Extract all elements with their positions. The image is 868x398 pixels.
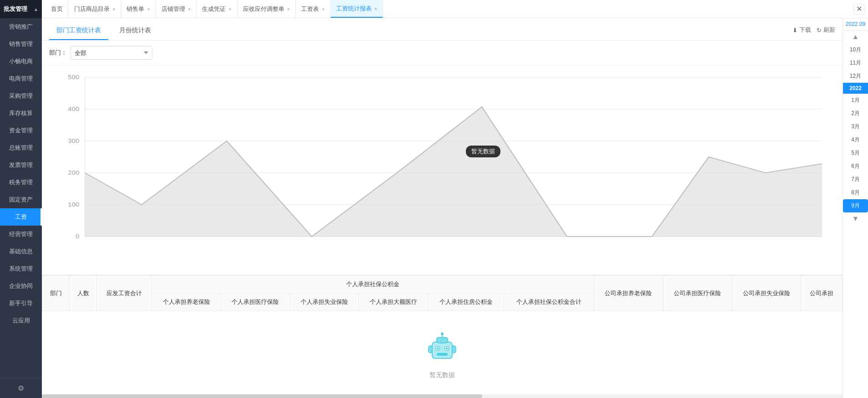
date-month-item[interactable]: 6月 [843, 160, 868, 173]
tab-生成凭证[interactable]: 生成凭证× [197, 0, 237, 18]
refresh-label: 刷新 [823, 26, 835, 34]
tab-close-icon[interactable]: × [228, 6, 231, 12]
svg-point-22 [441, 333, 444, 335]
date-month-item[interactable]: 8月 [843, 186, 868, 199]
date-up-btn[interactable]: ▲ [843, 30, 868, 43]
date-panel: 2022.09 ▲ 10月11月12月20221月2月3月4月5月6月7月8月9… [843, 18, 868, 398]
tab-label: 门店商品目录 [74, 5, 110, 13]
table-scroll-thumb[interactable] [42, 394, 482, 398]
date-month-item[interactable]: 2月 [843, 107, 868, 120]
date-month-item[interactable]: 1月 [843, 94, 868, 107]
sidebar-item-采购管理[interactable]: 采购管理 [0, 87, 42, 105]
tab-店铺管理[interactable]: 店铺管理× [156, 0, 197, 18]
department-select[interactable]: 全部 部门1 部门2 [71, 46, 152, 60]
date-month-item[interactable]: 4月 [843, 133, 868, 146]
tab-bar: 首页门店商品目录×销售单×店铺管理×生成凭证×应收应付调整单×工资表×工资统计报… [42, 0, 868, 18]
chart-area: 0 100 200 300 400 500 暂无数据 [42, 65, 843, 275]
svg-rect-23 [429, 346, 432, 353]
col-company-other: 公司承担 [801, 276, 843, 311]
date-month-item[interactable]: 12月 [843, 70, 868, 83]
empty-state: 暂无数据 [42, 311, 843, 394]
sidebar-item-电商管理[interactable]: 电商管理 [0, 70, 42, 87]
sidebar-item-固定资产[interactable]: 固定资产 [0, 191, 42, 208]
date-year-label[interactable]: 2022 [843, 83, 868, 94]
tab-close-icon[interactable]: × [374, 6, 377, 11]
tab-close-icon[interactable]: × [112, 6, 115, 12]
tab-应收应付调整单[interactable]: 应收应付调整单× [237, 0, 296, 18]
chart-svg-wrap: 0 100 200 300 400 500 暂无数据 [51, 73, 833, 255]
col-department: 部门 [42, 276, 70, 311]
date-month-item[interactable]: 5月 [843, 146, 868, 160]
download-button[interactable]: ⬇ 下载 [792, 26, 811, 34]
subtab-部门工资统计表[interactable]: 部门工资统计表 [49, 24, 108, 40]
date-month-item[interactable]: 10月 [843, 43, 868, 56]
content-area: 部门工资统计表月份统计表 ⬇ 下载 ↻ 刷新 部门： 全部 部 [42, 18, 843, 398]
tab-label: 应收应付调整单 [243, 5, 284, 13]
col-personal-total: 个人承担社保公积金合计 [504, 293, 594, 311]
sidebar-item-企业协同[interactable]: 企业协同 [0, 277, 42, 295]
tab-label: 工资统计报表 [336, 5, 372, 13]
date-month-selected[interactable]: 9月 [843, 199, 868, 212]
chart-svg: 0 100 200 300 400 500 [51, 73, 833, 255]
subtab-月份统计表[interactable]: 月份统计表 [112, 24, 158, 40]
svg-rect-24 [452, 346, 456, 353]
page-content: 部门工资统计表月份统计表 ⬇ 下载 ↻ 刷新 部门： 全部 部 [42, 18, 868, 398]
svg-point-18 [437, 348, 439, 350]
sidebar-collapse-icon[interactable]: ▲ [34, 7, 38, 12]
sidebar-item-基础信息[interactable]: 基础信息 [0, 243, 42, 260]
date-down-btn[interactable]: ▼ [843, 212, 868, 225]
download-icon: ⬇ [792, 27, 797, 34]
settings-icon[interactable]: ⚙ [0, 378, 42, 398]
sidebar-item-总账管理[interactable]: 总账管理 [0, 139, 42, 156]
empty-icon [424, 329, 460, 366]
sidebar-item-库存核算[interactable]: 库存核算 [0, 105, 42, 122]
sidebar-item-销售管理[interactable]: 销售管理 [0, 35, 42, 53]
sidebar-item-发票管理[interactable]: 发票管理 [0, 156, 42, 174]
tab-销售单[interactable]: 销售单× [121, 0, 156, 18]
sidebar-item-营销推广[interactable]: 营销推广 [0, 18, 42, 35]
sidebar-item-系统管理[interactable]: 系统管理 [0, 260, 42, 277]
sidebar-item-工资[interactable]: 工资 [0, 208, 42, 226]
sidebar-bottom: ⚙ [0, 378, 42, 398]
tab-close-all-icon[interactable]: ✕ [853, 4, 864, 15]
tab-close-icon[interactable]: × [147, 6, 150, 12]
table-container[interactable]: 部门 人数 应发工资合计 个人承担社保公积金 公司承担养老保险 公司承担医疗保险… [42, 275, 843, 394]
tab-门店商品目录[interactable]: 门店商品目录× [69, 0, 121, 18]
tab-close-icon[interactable]: × [322, 6, 324, 12]
col-total-wage: 应发工资合计 [97, 276, 152, 311]
refresh-button[interactable]: ↻ 刷新 [817, 26, 835, 34]
svg-text:200: 200 [68, 170, 79, 176]
col-count: 人数 [70, 276, 97, 311]
tab-工资统计报表[interactable]: 工资统计报表× [331, 0, 383, 18]
tab-close-icon[interactable]: × [188, 6, 191, 12]
svg-point-19 [446, 348, 448, 350]
sidebar: 批发管理 ▲ 营销推广销售管理小畅电商电商管理采购管理库存核算资金管理总账管理发… [0, 0, 42, 398]
tab-label: 销售单 [126, 5, 144, 13]
date-month-item[interactable]: 11月 [843, 56, 868, 70]
svg-text:0: 0 [76, 233, 79, 239]
svg-text:500: 500 [68, 74, 79, 80]
sidebar-item-资金管理[interactable]: 资金管理 [0, 122, 42, 139]
col-company-unemploy: 公司承担失业保险 [732, 276, 801, 311]
svg-rect-14 [432, 342, 452, 358]
sidebar-item-税务管理[interactable]: 税务管理 [0, 174, 42, 191]
data-table: 部门 人数 应发工资合计 个人承担社保公积金 公司承担养老保险 公司承担医疗保险… [42, 275, 843, 311]
sidebar-item-新手引导[interactable]: 新手引导 [0, 295, 42, 312]
filter-label: 部门： [49, 49, 67, 57]
sub-tabs: 部门工资统计表月份统计表 ⬇ 下载 ↻ 刷新 [42, 18, 843, 40]
sidebar-item-经营管理[interactable]: 经营管理 [0, 226, 42, 243]
date-month-item[interactable]: 7月 [843, 173, 868, 186]
tab-label: 首页 [51, 5, 63, 13]
tab-工资表[interactable]: 工资表× [296, 0, 330, 18]
date-month-item[interactable]: 3月 [843, 120, 868, 133]
tab-首页[interactable]: 首页 [45, 0, 69, 18]
tab-close-icon[interactable]: × [287, 6, 290, 12]
sidebar-title: 批发管理 [4, 5, 27, 13]
tab-label: 工资表 [301, 5, 319, 13]
date-panel-header[interactable]: 2022.09 [843, 18, 868, 30]
sidebar-header[interactable]: 批发管理 ▲ [0, 0, 42, 18]
table-scroll-bar[interactable] [42, 394, 843, 398]
sidebar-item-小畅电商[interactable]: 小畅电商 [0, 53, 42, 70]
col-company-medical: 公司承担医疗保险 [663, 276, 732, 311]
sidebar-item-云应用[interactable]: 云应用 [0, 312, 42, 329]
